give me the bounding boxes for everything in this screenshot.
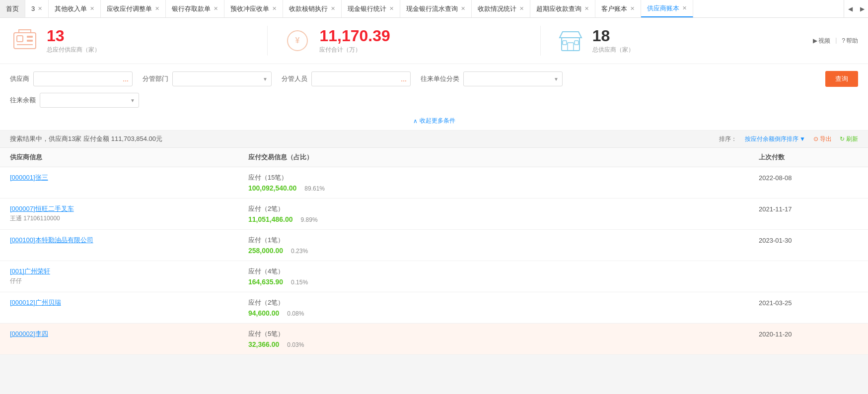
table-row: [001]广州荣轩 仔仔 应付（4笔） 164,635.90 0.15% xyxy=(0,261,868,292)
collapse-button[interactable]: ∧ 收起更多条件 xyxy=(413,117,455,125)
stat-text-amount: 11,170.39 应付合计（万） xyxy=(319,28,390,54)
nav-other-income-label: 其他收入单 xyxy=(55,4,87,13)
close-icon[interactable]: ✕ xyxy=(90,5,94,12)
nav-overdue-ar[interactable]: 超期应收款查询 ✕ xyxy=(530,0,595,17)
close-icon[interactable]: ✕ xyxy=(155,5,159,12)
top-nav: 首页 3 ✕ 其他收入单 ✕ 应收应付调整单 ✕ 银行存取款单 ✕ 预收冲应收单… xyxy=(0,0,868,18)
category-select-wrap: ▼ xyxy=(463,71,563,86)
close-icon[interactable]: ✕ xyxy=(584,5,589,12)
table-header: 供应商信息 应付交易信息（占比） 上次付数 xyxy=(0,148,868,167)
collapse-label: 收起更多条件 xyxy=(420,117,455,125)
trans-amount-3: 258,000.00 xyxy=(248,247,283,255)
nav-bank-deposit-label: 银行存取款单 xyxy=(172,4,211,13)
trans-amount-6: 32,366.00 xyxy=(248,340,279,348)
nav-cash-bank-flow-label: 现金银行流水查询 xyxy=(406,4,458,13)
supplier-data-2: [000007]恒旺二手叉车 王通 17106110000 xyxy=(10,204,248,223)
nav-other-income[interactable]: 其他收入单 ✕ xyxy=(49,0,101,17)
nav-receipt-verify-label: 收款核销执行 xyxy=(289,4,328,13)
nav-prepay-ar[interactable]: 预收冲应收单 ✕ xyxy=(224,0,283,17)
refresh-button[interactable]: ↻ 刷新 xyxy=(840,135,858,143)
category-select[interactable] xyxy=(463,71,563,86)
nav-next-arrow[interactable]: ▶ xyxy=(856,0,868,18)
person-input[interactable] xyxy=(311,71,411,86)
transaction-data-6: 应付（5笔） 32,366.00 0.03% xyxy=(248,329,759,348)
table-row: [000002]李四 应付（5笔） 32,366.00 0.03% 2020-1… xyxy=(0,324,868,355)
close-icon[interactable]: ✕ xyxy=(682,5,687,11)
export-icon: ⊙ xyxy=(813,135,818,142)
nav-home[interactable]: 首页 xyxy=(0,0,25,17)
close-icon[interactable]: ✕ xyxy=(630,5,635,12)
nav-prev-arrow[interactable]: ◀ xyxy=(844,0,856,18)
nav-customer-book[interactable]: 客户账本 ✕ xyxy=(595,0,641,17)
trans-count-6: 应付（5笔） xyxy=(248,329,759,338)
supplier-link-5[interactable]: [000012]广州贝瑞 xyxy=(10,298,248,307)
stat-block-amount: ¥ 11,170.39 应付合计（万） xyxy=(267,26,540,56)
nav-cash-bank-flow[interactable]: 现金银行流水查询 ✕ xyxy=(400,0,472,17)
nav-prepay-ar-label: 预收冲应收单 xyxy=(230,4,269,13)
stat-block-suppliers: 13 总应付供应商（家） xyxy=(10,26,267,56)
trans-percent-4: 0.15% xyxy=(291,279,308,286)
close-icon[interactable]: ✕ xyxy=(389,5,394,12)
search-button[interactable]: 查询 xyxy=(825,71,858,87)
export-label: 导出 xyxy=(820,135,832,143)
supplier-data-5: [000012]广州贝瑞 xyxy=(10,298,248,307)
stat-label-total: 总供应商（家） xyxy=(592,46,634,54)
close-icon[interactable]: ✕ xyxy=(38,5,42,12)
supplier-link-2[interactable]: [000007]恒旺二手叉车 xyxy=(10,204,248,213)
nav-ar-ap-adjust[interactable]: 应收应付调整单 ✕ xyxy=(101,0,166,17)
supplier-link-3[interactable]: [000100]本特勤油品有限公司 xyxy=(10,236,248,245)
nav-receipt-stat-label: 收款情况统计 xyxy=(478,4,516,13)
stat-label-amount: 应付合计（万） xyxy=(319,46,390,54)
filter-category: 往来单位分类 ▼ xyxy=(421,71,563,86)
nav-arrows: ◀ ▶ xyxy=(844,0,868,18)
last-pay-data-4 xyxy=(759,267,858,268)
transaction-data-4: 应付（4笔） 164,635.90 0.15% xyxy=(248,267,759,286)
supplier-link-1[interactable]: [000001]张三 xyxy=(10,173,248,182)
nav-bank-deposit[interactable]: 银行存取款单 ✕ xyxy=(166,0,224,17)
table-row: [000012]广州贝瑞 应付（2笔） 94,600.00 0.08% 2021… xyxy=(0,292,868,324)
nav-tab3-label: 3 xyxy=(31,5,35,12)
nav-ar-ap-adjust-label: 应收应付调整单 xyxy=(107,4,152,13)
close-icon[interactable]: ✕ xyxy=(272,5,277,12)
supplier-input-wrap: ... xyxy=(33,71,133,86)
help-link[interactable]: ? 帮助 xyxy=(842,37,858,45)
dept-select[interactable] xyxy=(172,71,272,86)
supplier-link-4[interactable]: [001]广州荣轩 xyxy=(10,267,248,276)
supplier-input[interactable] xyxy=(33,71,133,86)
transaction-data-1: 应付（15笔） 100,092,540.00 89.61% xyxy=(248,173,759,192)
stat-block-total: 18 总供应商（家） xyxy=(540,26,813,56)
export-button[interactable]: ⊙ 导出 xyxy=(813,135,832,143)
close-icon[interactable]: ✕ xyxy=(214,5,218,12)
close-icon[interactable]: ✕ xyxy=(331,5,335,12)
dept-filter-label: 分管部门 xyxy=(143,74,168,83)
trans-amount-2: 11,051,486.00 xyxy=(248,215,293,223)
col-header-supplier: 供应商信息 xyxy=(10,153,248,162)
sort-selector[interactable]: 按应付余额倒序排序 ▼ xyxy=(745,135,805,143)
result-bar: 搜索结果中，供应商13家 应付金额 111,703,854.00元 排序： 按应… xyxy=(0,131,868,148)
close-icon[interactable]: ✕ xyxy=(519,5,524,12)
balance-select-wrap: 选择... ▼ xyxy=(40,93,139,108)
nav-supplier-book-label: 供应商账本 xyxy=(647,4,679,13)
nav-cash-bank-stat[interactable]: 现金银行统计 ✕ xyxy=(342,0,400,17)
nav-supplier-book[interactable]: 供应商账本 ✕ xyxy=(641,0,693,17)
nav-receipt-verify[interactable]: 收款核销执行 ✕ xyxy=(283,0,342,17)
nav-tab3[interactable]: 3 ✕ xyxy=(25,0,49,17)
supplier-link-6[interactable]: [000002]李四 xyxy=(10,329,248,338)
filter-person: 分管人员 ... xyxy=(282,71,411,86)
stat-number-suppliers: 13 xyxy=(47,28,100,44)
video-link[interactable]: ▶ 视频 xyxy=(813,37,830,45)
chevron-down-icon: ▼ xyxy=(799,135,805,142)
supplier-data-3: [000100]本特勤油品有限公司 xyxy=(10,236,248,245)
last-pay-data-1: 2022-08-08 xyxy=(759,173,858,182)
close-icon[interactable]: ✕ xyxy=(461,5,465,12)
stat-number-amount: 11,170.39 xyxy=(319,28,390,44)
balance-select[interactable]: 选择... xyxy=(40,93,139,108)
trans-amount-5: 94,600.00 xyxy=(248,309,279,317)
nav-receipt-stat[interactable]: 收款情况统计 ✕ xyxy=(472,0,530,17)
result-info: 搜索结果中，供应商13家 应付金额 111,703,854.00元 xyxy=(10,134,162,143)
last-pay-data-5: 2021-03-25 xyxy=(759,298,858,307)
nav-home-label: 首页 xyxy=(6,4,19,13)
refresh-icon: ↻ xyxy=(840,135,845,142)
filter-row-2: 往来余额 选择... ▼ xyxy=(10,93,858,108)
filter-area: 供应商 ... 分管部门 ▼ 分管人员 ... xyxy=(0,64,868,131)
